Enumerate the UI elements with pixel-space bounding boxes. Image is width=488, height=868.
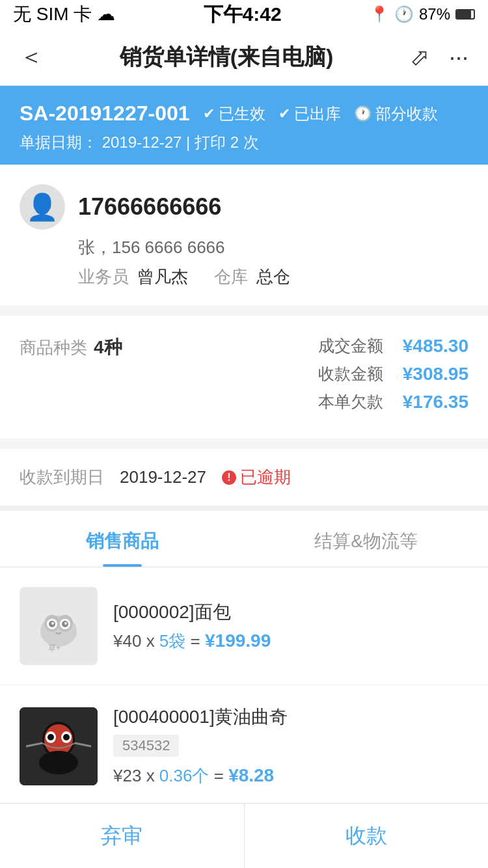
price-base-2: ¥23 bbox=[113, 766, 141, 785]
debt-value: ¥176.35 bbox=[403, 392, 468, 413]
page-title: 销货单详情(来自电脑) bbox=[120, 42, 334, 72]
battery-bar bbox=[455, 9, 475, 20]
amount-label: 成交金额 bbox=[318, 335, 383, 357]
collected-value: ¥308.95 bbox=[403, 364, 468, 385]
product-sku-2: 534532 bbox=[113, 735, 179, 757]
collect-label: 收款 bbox=[346, 822, 387, 850]
order-id: SA-20191227-001 bbox=[20, 102, 190, 126]
category-item: 商品种类 4种 bbox=[20, 335, 122, 360]
customer-subinfo: 张，156 6666 6666 bbox=[78, 236, 468, 259]
due-date: 2019-12-27 bbox=[120, 467, 206, 487]
product-info-2: [000400001]黄油曲奇 534532 ¥23 x 0.36个 = ¥8.… bbox=[113, 705, 468, 787]
nav-actions: ⬀ ··· bbox=[410, 44, 468, 71]
tab-products-label: 销售商品 bbox=[86, 531, 159, 551]
price-qty-2: 0.36个 bbox=[159, 766, 210, 785]
svg-point-16 bbox=[63, 734, 70, 740]
overdue-icon: ! bbox=[222, 470, 236, 485]
check-icon-2: ✔ bbox=[278, 105, 290, 122]
tab-settlement[interactable]: 结算&物流等 bbox=[244, 511, 488, 567]
customer-section: 👤 17666666666 张，156 6666 6666 业务员 曾凡杰 仓库… bbox=[0, 165, 488, 305]
sales-value: 曾凡杰 bbox=[137, 267, 188, 286]
due-label: 收款到期日 bbox=[20, 466, 104, 489]
clock-icon-2: 🕐 bbox=[354, 105, 372, 122]
avatar: 👤 bbox=[20, 184, 65, 230]
svg-text:草+: 草+ bbox=[48, 644, 61, 652]
price-eq-1: = bbox=[191, 631, 205, 651]
status-shipped: 已出库 bbox=[294, 103, 341, 124]
price-total-2: ¥8.28 bbox=[228, 765, 274, 785]
price-base-1: ¥40 bbox=[113, 631, 141, 651]
product-thumb-1: 草+ bbox=[20, 587, 98, 665]
nav-bar: ＜ 销货单详情(来自电脑) ⬀ ··· bbox=[0, 29, 488, 86]
overdue-text: 已逾期 bbox=[240, 466, 291, 489]
customer-phone: 17666666666 bbox=[78, 193, 221, 221]
status-partial: 部分收款 bbox=[375, 103, 438, 124]
product-image-1: 草+ bbox=[33, 600, 85, 652]
due-section: 收款到期日 2019-12-27 ! 已逾期 bbox=[0, 449, 488, 511]
status-effective: 已生效 bbox=[219, 103, 265, 124]
status-tag-partial: 🕐 部分收款 bbox=[354, 103, 438, 124]
sales-label: 业务员 bbox=[78, 267, 129, 286]
collect-button[interactable]: 收款 bbox=[245, 804, 489, 868]
price-eq-2: = bbox=[214, 766, 228, 785]
svg-point-7 bbox=[51, 622, 54, 625]
svg-point-15 bbox=[47, 734, 54, 740]
product-name-2: [000400001]黄油曲奇 bbox=[113, 705, 468, 729]
warehouse: 仓库 总仓 bbox=[214, 265, 290, 288]
cancel-button[interactable]: 弃审 bbox=[0, 804, 245, 868]
collected-row: 收款金额 ¥308.95 bbox=[318, 363, 468, 385]
summary-left: 商品种类 4种 bbox=[20, 335, 122, 360]
price-x-1: x bbox=[146, 631, 159, 651]
tab-settlement-label: 结算&物流等 bbox=[314, 531, 418, 551]
status-tag-effective: ✔ 已生效 bbox=[203, 103, 265, 124]
tabs: 销售商品 结算&物流等 bbox=[0, 511, 488, 567]
warehouse-label: 仓库 bbox=[214, 267, 248, 286]
header-date: 单据日期： 2019-12-27 | 打印 2 次 bbox=[20, 132, 468, 153]
order-date: 2019-12-27 bbox=[102, 133, 182, 151]
product-price-1: ¥40 x 5袋 = ¥199.99 bbox=[113, 630, 468, 653]
product-image-2 bbox=[20, 707, 98, 785]
price-qty-1: 5袋 bbox=[159, 631, 185, 651]
status-left: 无 SIM 卡 ☁ bbox=[13, 2, 115, 27]
amount-value: ¥485.30 bbox=[403, 336, 468, 357]
warehouse-value: 总仓 bbox=[256, 267, 290, 286]
status-time: 下午4:42 bbox=[204, 1, 282, 28]
status-bar: 无 SIM 卡 ☁ 下午4:42 📍 🕐 87% bbox=[0, 0, 488, 29]
svg-point-17 bbox=[39, 751, 78, 774]
print-label: | 打印 bbox=[186, 133, 226, 151]
clock-icon: 🕐 bbox=[394, 5, 414, 23]
amount-row: 成交金额 ¥485.30 bbox=[318, 335, 468, 357]
svg-point-8 bbox=[64, 622, 67, 625]
more-icon[interactable]: ··· bbox=[449, 44, 468, 71]
summary-right: 成交金额 ¥485.30 收款金额 ¥308.95 本单欠款 ¥176.35 bbox=[318, 335, 468, 419]
header-banner: SA-20191227-001 ✔ 已生效 ✔ 已出库 🕐 部分收款 单据日期：… bbox=[0, 86, 488, 165]
back-button[interactable]: ＜ bbox=[20, 41, 43, 73]
collected-label: 收款金额 bbox=[318, 363, 383, 385]
tab-products[interactable]: 销售商品 bbox=[0, 511, 244, 567]
product-name-1: [0000002]面包 bbox=[113, 600, 468, 625]
print-count: 2 bbox=[230, 133, 239, 151]
product-price-2: ¥23 x 0.36个 = ¥8.28 bbox=[113, 765, 468, 787]
price-x-2: x bbox=[146, 766, 159, 785]
summary-section: 商品种类 4种 成交金额 ¥485.30 收款金额 ¥308.95 本单欠款 ¥… bbox=[0, 316, 488, 439]
price-total-1: ¥199.99 bbox=[205, 631, 271, 651]
debt-row: 本单欠款 ¥176.35 bbox=[318, 391, 468, 413]
battery-level: 87% bbox=[419, 5, 450, 23]
bottom-bar: 弃审 收款 bbox=[0, 803, 488, 868]
check-icon-1: ✔ bbox=[203, 105, 215, 122]
date-label: 单据日期： bbox=[20, 133, 98, 151]
product-item: 草+ [0000002]面包 ¥40 x 5袋 = ¥199.99 bbox=[0, 567, 488, 685]
overdue-badge: ! 已逾期 bbox=[222, 466, 291, 489]
customer-meta: 业务员 曾凡杰 仓库 总仓 bbox=[78, 265, 468, 288]
product-info-1: [0000002]面包 ¥40 x 5袋 = ¥199.99 bbox=[113, 600, 468, 653]
category-value: 4种 bbox=[94, 335, 122, 360]
status-tag-shipped: ✔ 已出库 bbox=[278, 103, 341, 124]
print-suffix: 次 bbox=[243, 133, 259, 151]
product-list: 草+ [0000002]面包 ¥40 x 5袋 = ¥199.99 bbox=[0, 567, 488, 807]
product-thumb-2 bbox=[20, 707, 98, 785]
user-icon: 👤 bbox=[26, 192, 59, 223]
share-icon[interactable]: ⬀ bbox=[410, 44, 429, 71]
status-right: 📍 🕐 87% bbox=[370, 5, 475, 23]
category-label: 商品种类 bbox=[20, 336, 87, 359]
cancel-label: 弃审 bbox=[101, 822, 142, 850]
